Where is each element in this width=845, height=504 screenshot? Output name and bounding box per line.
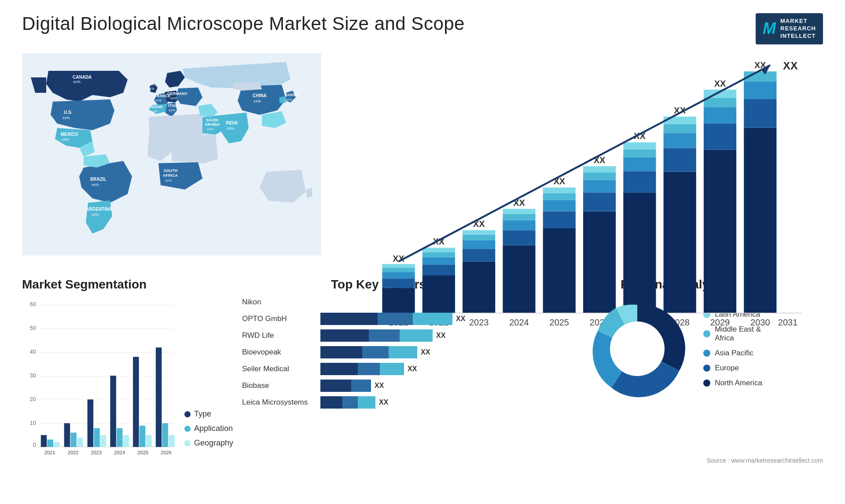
svg-text:20: 20 — [30, 396, 36, 402]
uk-label: U.K. — [148, 82, 156, 86]
bar-2025-s2 — [543, 211, 576, 228]
seg-svg-wrap: 60 50 40 30 20 10 0 — [22, 296, 176, 461]
seg-chart-area: 60 50 40 30 20 10 0 — [22, 296, 233, 461]
italy-label: ITALY — [168, 103, 179, 108]
svg-rect-58 — [70, 432, 77, 447]
logo-letter: M — [763, 19, 776, 38]
legend-geography: Geography — [184, 438, 233, 448]
svg-text:XX: XX — [714, 78, 726, 88]
us-label: U.S. — [64, 110, 73, 115]
svg-text:xx%: xx% — [92, 212, 99, 217]
player-name-seiler: Seiler Medical — [242, 365, 317, 373]
bar-2029-s4 — [704, 98, 736, 107]
svg-rect-71 — [169, 435, 175, 447]
bar-2030-s1 — [744, 128, 776, 313]
svg-rect-68 — [146, 435, 152, 447]
svg-text:2025: 2025 — [550, 318, 569, 327]
svg-text:xx%: xx% — [151, 110, 158, 113]
svg-text:xx%: xx% — [73, 80, 81, 84]
player-bar-seiler: XX — [320, 363, 515, 375]
canada-label: CANADA — [73, 75, 92, 80]
svg-text:xx%: xx% — [207, 127, 213, 131]
bar-chart-section: XX XX XX XX — [334, 53, 823, 269]
legend-north-america: North America — [703, 379, 762, 387]
bar-2022-s2 — [422, 264, 455, 275]
bar-2026-s5 — [583, 166, 616, 172]
saudi-label: SAUDI — [206, 118, 218, 122]
south-africa-label: SOUTH — [164, 168, 178, 173]
legend-type: Type — [184, 409, 233, 419]
svg-rect-59 — [77, 438, 83, 447]
donut-chart — [584, 296, 690, 402]
svg-rect-62 — [100, 435, 107, 447]
bar-2029-s3 — [704, 107, 736, 123]
legend-europe: Europe — [703, 364, 762, 373]
player-name-rwd: RWD Life — [242, 331, 317, 340]
svg-text:2022: 2022 — [67, 450, 78, 455]
bar-2022-s3 — [422, 257, 455, 264]
svg-text:xx%: xx% — [254, 99, 261, 103]
geography-dot — [184, 440, 191, 446]
bar-2027-s5 — [623, 142, 656, 149]
svg-text:xx%: xx% — [165, 179, 172, 183]
player-name-nikon: Nikon — [242, 298, 317, 307]
svg-rect-57 — [64, 423, 70, 447]
segmentation-section: Market Segmentation 60 50 40 30 20 10 0 — [22, 278, 233, 453]
player-bioevopeak: Bioevopeak XX — [242, 346, 515, 358]
application-dot — [184, 426, 191, 432]
svg-rect-67 — [140, 426, 146, 447]
player-biobase: Biobase XX — [242, 380, 515, 392]
japan-label: JAPAN — [285, 93, 298, 97]
bar-2027-s2 — [623, 171, 656, 193]
application-label: Application — [194, 424, 233, 433]
player-bar-biobase: XX — [320, 380, 515, 392]
svg-rect-61 — [94, 428, 100, 447]
svg-rect-70 — [162, 423, 169, 447]
bar-2022-s5 — [422, 248, 455, 252]
germany-label: GERMANY — [167, 91, 187, 96]
bar-2025-s3 — [543, 200, 576, 212]
bar-2023-s3 — [463, 240, 495, 249]
svg-rect-55 — [47, 439, 53, 447]
svg-text:2024: 2024 — [114, 450, 125, 455]
svg-text:2023: 2023 — [91, 450, 102, 455]
bar-2027-s1 — [623, 192, 656, 313]
player-bar-opto: XX — [320, 313, 515, 325]
svg-text:xx%: xx% — [155, 99, 162, 102]
svg-text:40: 40 — [30, 348, 36, 354]
svg-text:2029: 2029 — [710, 318, 730, 327]
bar-2021-s5 — [382, 264, 415, 268]
map-section: CANADA xx% U.S. xx% MEXICO xx% BRAZIL xx… — [22, 53, 321, 269]
svg-text:2021: 2021 — [44, 450, 55, 455]
china-label: CHINA — [253, 93, 267, 98]
player-seiler: Seiler Medical XX — [242, 363, 515, 375]
bar-2021-s3 — [382, 272, 415, 278]
legend-application: Application — [184, 424, 233, 433]
bar-2023-s2 — [463, 249, 495, 262]
bar-2029-s1 — [704, 150, 736, 313]
seg-legend: Type Application Geography — [184, 409, 233, 461]
player-bar-rwd: XX — [320, 329, 515, 342]
bar-2026-s2 — [583, 192, 616, 211]
svg-rect-65 — [123, 435, 129, 447]
bar-2021-s4 — [382, 268, 415, 272]
player-nikon: Nikon — [242, 296, 515, 308]
top-row: CANADA xx% U.S. xx% MEXICO xx% BRAZIL xx… — [0, 53, 845, 269]
players-section: Top Key Players Nikon OPTO GmbH XX — [242, 278, 515, 453]
player-name-opto: OPTO GmbH — [242, 314, 317, 323]
logo-area: M MARKET RESEARCH INTELLECT — [756, 13, 823, 44]
bar-2024-s5 — [503, 209, 535, 214]
svg-text:xx%: xx% — [169, 108, 175, 112]
svg-rect-66 — [133, 357, 139, 447]
bar-2023-s5 — [463, 230, 495, 234]
world-map: CANADA xx% U.S. xx% MEXICO xx% BRAZIL xx… — [22, 53, 321, 256]
svg-text:xx%: xx% — [170, 96, 177, 100]
svg-rect-63 — [110, 376, 116, 447]
argentina-label: ARGENTINA — [86, 207, 112, 212]
bar-2022-s4 — [422, 252, 455, 257]
player-bar-bioevopeak: XX — [320, 346, 515, 358]
donut-svg — [584, 296, 690, 402]
bar-2021-s2 — [382, 278, 415, 288]
bar-2027-s3 — [623, 157, 656, 171]
bar-2030-s3 — [744, 81, 776, 99]
